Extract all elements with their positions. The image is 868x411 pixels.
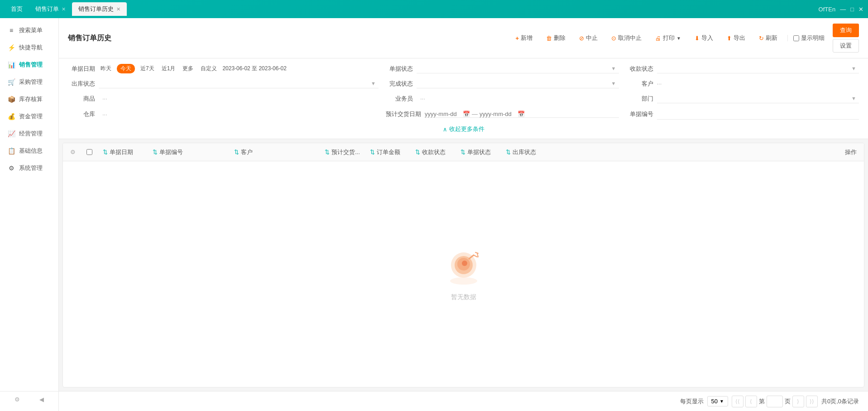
tab-sales-order-history[interactable]: 销售订单历史 ✕ bbox=[72, 2, 127, 16]
receipt-status-select[interactable]: ▼ bbox=[657, 64, 859, 73]
out-status-select[interactable]: ▼ bbox=[99, 79, 379, 88]
sort-icon-amount: ⇅ bbox=[370, 149, 375, 155]
customer-more-icon[interactable]: ··· bbox=[657, 80, 662, 87]
date-today[interactable]: 今天 bbox=[117, 64, 135, 73]
date-range-text: 2023-06-02 至 2023-06-02 bbox=[222, 65, 286, 73]
th-out[interactable]: ⇅ 出库状态 bbox=[502, 148, 547, 156]
filter-warehouse: 仓库 ··· bbox=[68, 110, 379, 118]
sidebar-settings-icon[interactable]: ⚙ bbox=[14, 396, 20, 403]
date-more[interactable]: 更多 bbox=[181, 64, 195, 73]
filter-bill-status: 单据状态 ▼ bbox=[386, 64, 619, 73]
th-bill[interactable]: ⇅ 单据编号 bbox=[149, 148, 230, 156]
basic-info-icon: 📋 bbox=[7, 147, 15, 155]
page-title: 销售订单历史 bbox=[68, 34, 111, 43]
filter-product: 商品 ··· bbox=[68, 95, 379, 103]
salesperson-more-icon[interactable]: ··· bbox=[420, 95, 425, 102]
show-details-checkbox[interactable]: 显示明细 bbox=[793, 34, 825, 42]
sidebar-item-search-menu[interactable]: ≡ 搜索菜单 bbox=[0, 22, 58, 39]
th-pay[interactable]: ⇅ 收款状态 bbox=[412, 148, 457, 156]
prev-page-btn[interactable]: ⟨ bbox=[745, 396, 757, 407]
delete-icon: 🗑 bbox=[546, 35, 552, 42]
refresh-button[interactable]: ↻ 刷新 bbox=[754, 32, 782, 44]
inventory-icon: 📦 bbox=[7, 96, 15, 103]
sort-icon-bill-status: ⇅ bbox=[460, 149, 465, 155]
maximize-btn[interactable]: □ bbox=[850, 6, 854, 13]
new-button[interactable]: + 新增 bbox=[511, 32, 537, 44]
export-button[interactable]: ⬆ 导出 bbox=[722, 32, 750, 44]
th-bill-status[interactable]: ⇅ 单据状态 bbox=[457, 148, 502, 156]
sidebar-item-basic-info[interactable]: 📋 基础信息 bbox=[0, 142, 58, 160]
filter-salesperson: 业务员 ··· bbox=[386, 95, 619, 103]
main-layout: ≡ 搜索菜单 ⚡ 快捷导航 📊 销售管理 🛒 采购管理 📦 库存核算 💰 资金管… bbox=[0, 18, 868, 411]
table-header: ⚙ ⇅ 单据日期 ⇅ 单据编号 ⇅ 客户 ⇅ bbox=[63, 143, 864, 161]
sidebar-item-sales[interactable]: 📊 销售管理 bbox=[0, 56, 58, 73]
delivery-date-end[interactable] bbox=[480, 111, 516, 117]
per-page-select[interactable]: 50 ▼ bbox=[707, 396, 728, 406]
first-page-btn[interactable]: ⟨⟨ bbox=[732, 396, 743, 407]
th-date[interactable]: ⇅ 单据日期 bbox=[99, 148, 149, 156]
tab-home[interactable]: 首页 bbox=[5, 2, 29, 16]
purchase-icon: 🛒 bbox=[7, 78, 15, 86]
close-app-btn[interactable]: ✕ bbox=[858, 6, 863, 13]
sidebar-bottom: ⚙ ◀ bbox=[0, 391, 58, 407]
th-settings[interactable]: ⚙ bbox=[67, 149, 83, 155]
filter-bill-no: 单据编号 bbox=[626, 109, 859, 120]
sidebar-item-system[interactable]: ⚙ 系统管理 bbox=[0, 160, 58, 177]
sidebar-item-quick-nav[interactable]: ⚡ 快捷导航 bbox=[0, 39, 58, 56]
warehouse-more-icon[interactable]: ··· bbox=[102, 111, 107, 118]
product-label: 商品 bbox=[68, 95, 95, 103]
import-button[interactable]: ⬇ 导入 bbox=[690, 32, 718, 44]
bill-no-input[interactable] bbox=[657, 109, 859, 120]
out-status-label: 出库状态 bbox=[68, 80, 95, 88]
close-tab-sales-order[interactable]: ✕ bbox=[62, 6, 66, 12]
cancel-stop-icon: ⊙ bbox=[611, 35, 616, 42]
close-tab-history[interactable]: ✕ bbox=[116, 6, 120, 12]
date-custom[interactable]: 自定义 bbox=[199, 64, 219, 73]
cancel-stop-button[interactable]: ⊙ 取消中止 bbox=[607, 32, 646, 44]
tab-sales-order[interactable]: 销售订单 ✕ bbox=[29, 2, 72, 16]
bill-status-select[interactable]: ▼ bbox=[417, 64, 619, 73]
stop-button[interactable]: ⊘ 中止 bbox=[575, 32, 602, 44]
page-input[interactable]: 1 bbox=[767, 396, 783, 407]
complete-status-select[interactable]: ▼ bbox=[417, 79, 619, 88]
dept-select[interactable]: ▼ bbox=[657, 94, 859, 103]
last-page-btn[interactable]: ⟩⟩ bbox=[806, 396, 818, 407]
sidebar-item-finance[interactable]: 💰 资金管理 bbox=[0, 108, 58, 125]
finance-icon: 💰 bbox=[7, 113, 15, 120]
date-yesterday[interactable]: 昨天 bbox=[99, 64, 113, 73]
toolbar: + 新增 🗑 删除 ⊘ 中止 ⊙ 取消中止 🖨 打印 bbox=[511, 24, 859, 53]
product-more-icon[interactable]: ··· bbox=[102, 95, 107, 102]
sidebar-item-purchase[interactable]: 🛒 采购管理 bbox=[0, 73, 58, 91]
delivery-date-label: 预计交货日期 bbox=[386, 110, 421, 118]
out-status-arrow-icon: ▼ bbox=[371, 81, 376, 86]
refresh-icon: ↻ bbox=[759, 35, 764, 42]
collapse-btn[interactable]: ∧ 收起更多条件 bbox=[68, 125, 859, 133]
setting-button[interactable]: 设置 bbox=[833, 39, 859, 53]
sidebar-item-operations[interactable]: 📈 经营管理 bbox=[0, 125, 58, 142]
delete-button[interactable]: 🗑 删除 bbox=[542, 32, 570, 44]
select-all-checkbox[interactable] bbox=[86, 149, 92, 155]
bill-no-label: 单据编号 bbox=[626, 110, 653, 118]
sidebar-collapse-icon[interactable]: ◀ bbox=[39, 396, 44, 403]
delivery-date-start[interactable] bbox=[425, 111, 461, 117]
th-amount[interactable]: ⇅ 订单金额 bbox=[366, 148, 412, 156]
show-details-input[interactable] bbox=[793, 35, 799, 41]
svg-point-0 bbox=[450, 277, 477, 285]
content-area: 销售订单历史 + 新增 🗑 删除 ⊘ 中止 ⊙ 取消中止 bbox=[59, 18, 868, 411]
stop-icon: ⊘ bbox=[579, 35, 584, 42]
th-delivery[interactable]: ⇅ 预计交货... bbox=[321, 148, 366, 156]
sidebar-item-inventory[interactable]: 📦 库存核算 bbox=[0, 91, 58, 108]
print-arrow-icon: ▼ bbox=[676, 36, 681, 41]
date-last1m[interactable]: 近1月 bbox=[160, 64, 177, 73]
often-label: OfTEn bbox=[819, 6, 836, 13]
next-page-btn[interactable]: ⟩ bbox=[792, 396, 804, 407]
svg-line-6 bbox=[474, 255, 477, 257]
date-last7[interactable]: 近7天 bbox=[139, 64, 156, 73]
th-customer[interactable]: ⇅ 客户 bbox=[230, 148, 321, 156]
th-operation: 操作 bbox=[547, 148, 860, 156]
query-button[interactable]: 查询 bbox=[833, 24, 859, 37]
total-info: 共0页,0条记录 bbox=[821, 397, 859, 406]
th-checkbox[interactable] bbox=[83, 149, 99, 155]
minimize-btn[interactable]: — bbox=[840, 6, 846, 13]
print-button[interactable]: 🖨 打印 ▼ bbox=[651, 32, 686, 44]
